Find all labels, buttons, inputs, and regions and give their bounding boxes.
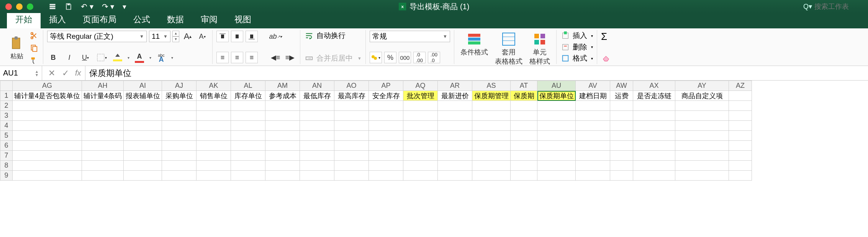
cell-AX3[interactable] (633, 111, 675, 121)
cell-AR3[interactable] (438, 111, 472, 121)
row-header-3[interactable]: 3 (0, 111, 13, 121)
cell-AV8[interactable] (576, 161, 610, 171)
tab-开始[interactable]: 开始 (7, 11, 41, 28)
cell-AN3[interactable] (300, 111, 334, 121)
cell-AP3[interactable] (369, 111, 403, 121)
cell-AS6[interactable] (472, 141, 511, 151)
col-header-AP[interactable]: AP (369, 81, 403, 91)
cell-AM8[interactable] (265, 161, 300, 171)
cell-AK7[interactable] (197, 151, 231, 161)
cell-AS5[interactable] (472, 131, 511, 141)
cell-AG4[interactable] (13, 121, 82, 131)
close-icon[interactable] (5, 3, 12, 10)
cell-AG2[interactable] (13, 101, 82, 111)
cell-AO5[interactable] (334, 131, 369, 141)
qat-more-icon[interactable]: ▾ (123, 2, 126, 11)
col-header-AL[interactable]: AL (231, 81, 265, 91)
cell-AS3[interactable] (472, 111, 511, 121)
cell-AO4[interactable] (334, 121, 369, 131)
delete-cells-icon[interactable] (560, 42, 570, 52)
col-header-AV[interactable]: AV (576, 81, 610, 91)
col-header-AQ[interactable]: AQ (403, 81, 438, 91)
cell-AY5[interactable] (675, 131, 729, 141)
cell-AU2[interactable] (537, 101, 576, 111)
cell-AN8[interactable] (300, 161, 334, 171)
tab-数据[interactable]: 数据 (159, 11, 192, 28)
format-table-button[interactable]: 套用 表格格式 (493, 31, 525, 67)
orientation-icon[interactable]: ab↗▾ (269, 31, 282, 42)
cell-AP7[interactable] (369, 151, 403, 161)
cell-AR7[interactable] (438, 151, 472, 161)
cell-AT4[interactable] (511, 121, 537, 131)
col-header-AU[interactable]: AU (537, 81, 576, 91)
font-size-combo[interactable]: 11▼ (149, 31, 170, 42)
cell-AY7[interactable] (675, 151, 729, 161)
cell-AI9[interactable] (124, 171, 162, 181)
cell-AQ1[interactable]: 批次管理 (403, 91, 438, 101)
cell-AS7[interactable] (472, 151, 511, 161)
tab-公式[interactable]: 公式 (125, 11, 159, 28)
cell-AP4[interactable] (369, 121, 403, 131)
cell-AL7[interactable] (231, 151, 265, 161)
cell-AU3[interactable] (537, 111, 576, 121)
cell-AO8[interactable] (334, 161, 369, 171)
cell-AT6[interactable] (511, 141, 537, 151)
save-icon[interactable] (65, 3, 72, 10)
percent-icon[interactable]: % (384, 52, 396, 63)
cell-AG3[interactable] (13, 111, 82, 121)
tab-审阅[interactable]: 审阅 (192, 11, 226, 28)
cell-AO3[interactable] (334, 111, 369, 121)
cell-AM7[interactable] (265, 151, 300, 161)
cell-AJ6[interactable] (162, 141, 197, 151)
cell-AK4[interactable] (197, 121, 231, 131)
fill-color-button[interactable] (111, 52, 124, 63)
increase-indent-icon[interactable]: ≡▶ (284, 52, 296, 63)
cell-AY4[interactable] (675, 121, 729, 131)
cell-AZ7[interactable] (729, 151, 752, 161)
cell-AG9[interactable] (13, 171, 82, 181)
copy-icon[interactable] (29, 43, 39, 53)
search-box[interactable]: Q▾ (803, 2, 864, 11)
cell-AQ9[interactable] (403, 171, 438, 181)
wrap-label[interactable]: 自动换行 (316, 31, 346, 41)
cell-AX5[interactable] (633, 131, 675, 141)
cell-AH3[interactable] (82, 111, 124, 121)
cell-AN2[interactable] (300, 101, 334, 111)
cell-AN7[interactable] (300, 151, 334, 161)
cell-AH2[interactable] (82, 101, 124, 111)
home-icon[interactable] (49, 3, 56, 10)
align-top-icon[interactable] (216, 31, 229, 42)
tab-页面布局[interactable]: 页面布局 (74, 11, 125, 28)
cell-AL3[interactable] (231, 111, 265, 121)
cell-AU5[interactable] (537, 131, 576, 141)
cell-AG1[interactable]: 辅计量4是否包装单位 (13, 91, 82, 101)
cell-AO6[interactable] (334, 141, 369, 151)
font-color-button[interactable]: A (133, 52, 146, 63)
cell-AT1[interactable]: 保质期 (511, 91, 537, 101)
cell-AI6[interactable] (124, 141, 162, 151)
cell-AL2[interactable] (231, 101, 265, 111)
cell-AX6[interactable] (633, 141, 675, 151)
maximize-icon[interactable] (27, 3, 33, 10)
cell-AN9[interactable] (300, 171, 334, 181)
cell-AI5[interactable] (124, 131, 162, 141)
cell-AU8[interactable] (537, 161, 576, 171)
italic-button[interactable]: I (63, 52, 75, 63)
cell-AR6[interactable] (438, 141, 472, 151)
col-header-AG[interactable]: AG (13, 81, 82, 91)
row-header-9[interactable]: 9 (0, 171, 13, 181)
cell-AW7[interactable] (610, 151, 633, 161)
align-middle-icon[interactable] (231, 31, 243, 42)
cell-AZ1[interactable] (729, 91, 752, 101)
cell-AU6[interactable] (537, 141, 576, 151)
align-left-icon[interactable]: ≡ (216, 52, 229, 63)
col-header-AZ[interactable]: AZ (729, 81, 752, 91)
col-header-AW[interactable]: AW (610, 81, 633, 91)
autosum-icon[interactable]: Σ (601, 31, 607, 43)
tab-插入[interactable]: 插入 (41, 11, 74, 28)
cell-AQ5[interactable] (403, 131, 438, 141)
cell-AP8[interactable] (369, 161, 403, 171)
cell-AH6[interactable] (82, 141, 124, 151)
cell-AY8[interactable] (675, 161, 729, 171)
cell-AW6[interactable] (610, 141, 633, 151)
